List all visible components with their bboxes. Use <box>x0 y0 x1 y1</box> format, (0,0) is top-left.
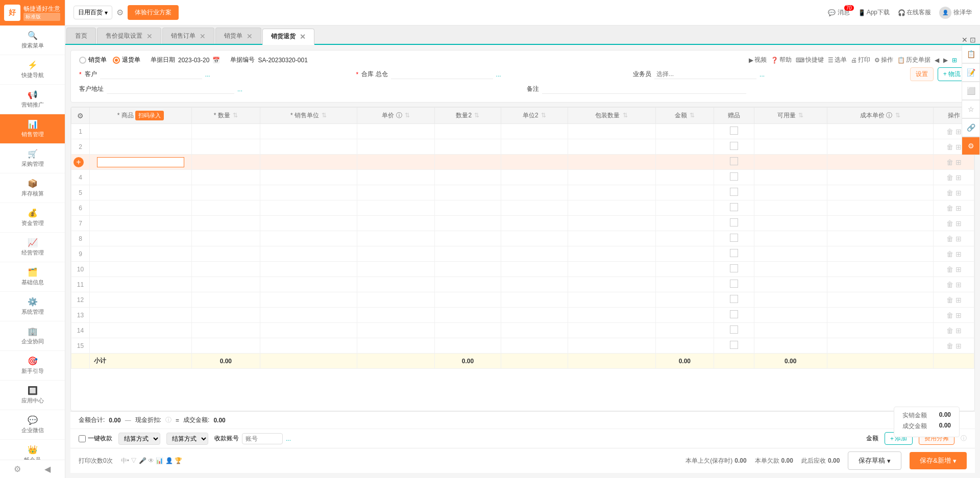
row-quantity[interactable] <box>192 185 260 200</box>
row-unit[interactable] <box>260 185 357 200</box>
row-pkg-qty[interactable] <box>568 262 655 277</box>
row-cost-price[interactable] <box>827 185 933 200</box>
next-record-btn[interactable]: ▶ <box>943 56 948 64</box>
row-price[interactable] <box>357 323 434 338</box>
gift-checkbox[interactable] <box>730 264 738 272</box>
history-btn[interactable]: 📋 历史单据 <box>897 56 930 64</box>
gift-checkbox[interactable] <box>730 218 738 227</box>
row-unit2[interactable] <box>501 124 568 139</box>
row-available[interactable] <box>754 231 827 246</box>
row-unit2[interactable] <box>501 200 568 216</box>
row-qty2[interactable] <box>434 231 501 246</box>
sidebar-item-inventory[interactable]: 📦库存核算 <box>0 173 65 203</box>
calc-method-select[interactable]: 结算方式 <box>166 433 208 445</box>
row-unit2[interactable] <box>501 338 568 354</box>
row-qty2[interactable] <box>434 139 501 155</box>
sidebar-collapse-btn[interactable]: ◀ <box>35 464 61 474</box>
row-available[interactable] <box>754 292 827 308</box>
row-unit2[interactable] <box>501 185 568 200</box>
row-qty2[interactable] <box>434 200 501 216</box>
row-pkg-qty[interactable] <box>568 155 655 170</box>
copy-row-btn[interactable]: ⊞ <box>955 235 962 243</box>
customer-input[interactable] <box>100 69 202 79</box>
row-available[interactable] <box>754 200 827 216</box>
row-amount[interactable] <box>655 155 714 170</box>
row-pkg-qty[interactable] <box>568 292 655 308</box>
sidebar-item-sales[interactable]: 📊销售管理 <box>0 114 65 144</box>
sidebar-item-system[interactable]: ⚙️系统管理 <box>0 292 65 321</box>
copy-row-btn[interactable]: ⊞ <box>955 173 962 182</box>
row-quantity[interactable] <box>192 308 260 323</box>
gift-checkbox[interactable] <box>730 325 738 334</box>
salesperson-picker-btn[interactable]: ... <box>760 71 765 78</box>
gift-checkbox[interactable] <box>730 127 738 135</box>
row-unit2[interactable] <box>501 216 568 231</box>
copy-row-btn[interactable]: ⊞ <box>955 326 962 335</box>
row-unit[interactable] <box>260 262 357 277</box>
row-unit[interactable] <box>260 246 357 262</box>
row-unit[interactable] <box>260 124 357 139</box>
col-gear[interactable]: ⚙ <box>71 108 90 124</box>
save-draft-btn[interactable]: 保存草稿 ▾ <box>848 451 901 470</box>
one-key-payment-checkbox[interactable] <box>79 435 86 442</box>
sidebar-item-search[interactable]: 🔍搜索菜单 <box>0 26 65 55</box>
row-qty2[interactable] <box>434 246 501 262</box>
row-available[interactable] <box>754 139 827 155</box>
row-unit2[interactable] <box>501 308 568 323</box>
copy-row-btn[interactable]: ⊞ <box>955 128 962 136</box>
tab-delivery[interactable]: 销货单✕ <box>215 28 261 44</box>
gift-checkbox[interactable] <box>730 142 738 150</box>
remark-input[interactable] <box>542 84 746 94</box>
copy-row-btn[interactable]: ⊞ <box>955 281 962 289</box>
right-panel-star[interactable]: ☆ <box>962 100 980 118</box>
row-product[interactable] <box>90 139 192 155</box>
row-unit2[interactable] <box>501 277 568 292</box>
row-product[interactable] <box>90 185 192 200</box>
copy-row-btn[interactable]: ⊞ <box>955 143 962 151</box>
select-order-btn[interactable]: ☰ 选单 <box>828 56 847 64</box>
copy-row-btn[interactable]: ⊞ <box>955 250 962 258</box>
row-amount[interactable] <box>655 170 714 185</box>
delete-row-btn[interactable]: 🗑 <box>946 281 953 289</box>
copy-row-btn[interactable]: ⊞ <box>955 342 962 350</box>
row-qty2[interactable] <box>434 216 501 231</box>
copy-row-btn[interactable]: ⊞ <box>955 219 962 228</box>
barcode-btn[interactable]: 扫码录入 <box>135 111 164 120</box>
gift-checkbox[interactable] <box>730 310 738 318</box>
row-available[interactable] <box>754 323 827 338</box>
row-unit[interactable] <box>260 216 357 231</box>
row-price[interactable] <box>357 277 434 292</box>
row-pkg-qty[interactable] <box>568 185 655 200</box>
row-amount[interactable] <box>655 262 714 277</box>
sidebar-item-finance[interactable]: 💰资金管理 <box>0 203 65 233</box>
tab-price[interactable]: 售价提取设置✕ <box>97 28 161 44</box>
delete-row-btn[interactable]: 🗑 <box>946 204 953 212</box>
row-unit[interactable] <box>260 323 357 338</box>
delete-row-btn[interactable]: 🗑 <box>946 311 953 319</box>
row-available[interactable] <box>754 308 827 323</box>
row-product[interactable] <box>90 170 192 185</box>
row-unit[interactable] <box>260 308 357 323</box>
row-qty2[interactable] <box>434 185 501 200</box>
industry-dropdown[interactable]: 日用百货 ▾ <box>74 6 112 19</box>
row-product[interactable] <box>90 308 192 323</box>
row-unit2[interactable] <box>501 155 568 170</box>
settings-btn[interactable]: 设置 <box>910 67 934 81</box>
row-unit[interactable] <box>260 139 357 155</box>
copy-row-btn[interactable]: ⊞ <box>955 189 962 197</box>
sidebar-item-purchase[interactable]: 🛒采购管理 <box>0 144 65 173</box>
row-product[interactable] <box>90 216 192 231</box>
row-quantity[interactable] <box>192 139 260 155</box>
sidebar-item-basic[interactable]: 🗂️基础信息 <box>0 262 65 292</box>
gift-checkbox[interactable] <box>730 249 738 257</box>
row-price[interactable] <box>357 124 434 139</box>
row-product[interactable] <box>90 231 192 246</box>
delete-row-btn[interactable]: 🗑 <box>946 235 953 243</box>
row-amount[interactable] <box>655 308 714 323</box>
row-pkg-qty[interactable] <box>568 200 655 216</box>
row-unit[interactable] <box>260 200 357 216</box>
row-unit2[interactable] <box>501 231 568 246</box>
row-amount[interactable] <box>655 246 714 262</box>
delete-row-btn[interactable]: 🗑 <box>946 189 953 197</box>
row-price[interactable] <box>357 231 434 246</box>
